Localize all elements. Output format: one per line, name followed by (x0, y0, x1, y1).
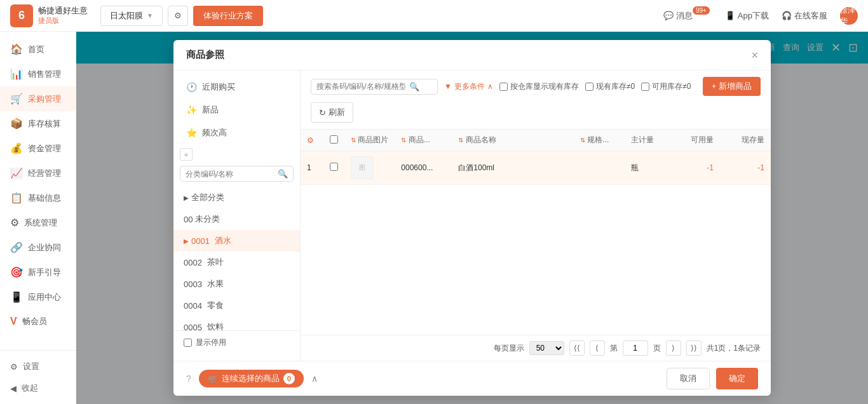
messages-nav-item[interactable]: 💬 消息 99+ (663, 10, 712, 22)
avail-nonzero-checkbox[interactable] (641, 83, 649, 91)
sidebar-bottom: ⚙ 设置 ◀ 收起 (0, 350, 76, 404)
modal-body: 🕐 近期购买 ✨ 新品 ⭐ 频次高 « (173, 71, 771, 361)
sort-icon: ⇅ (351, 137, 356, 144)
avail-nonzero-checkbox-label[interactable]: 可用库存≠0 (641, 81, 691, 92)
sidebar-item-app-center[interactable]: 📱 应用中心 (0, 285, 76, 309)
avatar: 徐泽华 (840, 7, 858, 25)
inventory-icon: 📦 (10, 118, 23, 130)
category-item-0004[interactable]: 0004 零食 (173, 295, 300, 316)
row-checkbox[interactable] (330, 163, 338, 171)
col-spec-header[interactable]: ⇅ 规格... (574, 130, 625, 151)
warehouse-display-checkbox[interactable] (499, 83, 508, 91)
category-item-0003[interactable]: 0003 水果 (173, 273, 300, 295)
prev-page-button[interactable]: ⟨ (590, 340, 605, 356)
sidebar-item-home[interactable]: 🏠 首页 (0, 37, 76, 62)
modal-close-button[interactable]: × (751, 50, 758, 61)
warehouse-display-checkbox-label[interactable]: 按仓库显示现有库存 (499, 81, 579, 92)
first-page-button[interactable]: ⟨⟨ (569, 340, 585, 356)
top-nav: 6 畅捷通好生意 捷员版 日太阳膜 ▼ ⚙ 体验行业方案 💬 消息 99+ 📱 … (0, 0, 868, 32)
settings-icon: ⚙ (10, 362, 18, 372)
tab-new-products[interactable]: ✨ 新品 (180, 100, 294, 120)
sidebar-item-sales[interactable]: 📊 销售管理 (0, 62, 76, 86)
add-product-button[interactable]: + 新增商品 (703, 77, 761, 96)
product-table-container: ⚙ ⇅ 商品图片 (301, 130, 771, 335)
show-disabled-checkbox[interactable] (184, 339, 192, 347)
filter-icon: ▼ (444, 82, 452, 91)
tab-recent-purchase[interactable]: 🕐 近期购买 (180, 77, 294, 97)
nav-dropdown[interactable]: 日太阳膜 ▼ (100, 6, 163, 26)
search-icon: 🔍 (278, 169, 288, 178)
row-code-cell: 000600... (395, 151, 452, 185)
page-input[interactable] (623, 340, 648, 356)
stock-nonzero-checkbox[interactable] (585, 83, 593, 91)
select-all-checkbox[interactable] (330, 135, 338, 144)
col-avail-header: 可用量 (669, 130, 720, 151)
modal-right-panel: 🔍 ▼ 更多条件 ∧ 按仓库显示现有库存 (301, 71, 771, 361)
product-search-wrap[interactable]: 🔍 (311, 79, 438, 95)
chevron-down-icon: ▼ (147, 12, 153, 19)
trial-button[interactable]: 体验行业方案 (193, 6, 263, 26)
main-layout: 🏠 首页 📊 销售管理 🛒 采购管理 📦 库存核算 💰 资金管理 📈 经营管理 … (0, 32, 868, 404)
logo-area: 6 畅捷通好生意 捷员版 (10, 4, 88, 27)
modal-footer: ? 🛒 连续选择的商品 0 ∧ 取消 确定 (173, 361, 771, 396)
appcenter-icon: 📱 (10, 291, 23, 303)
col-gear-header: ⚙ (301, 130, 323, 151)
col-code-header[interactable]: ⇅ 商品... (395, 130, 452, 151)
product-search-input[interactable] (316, 82, 405, 91)
category-item-0005[interactable]: 0005 饮料 (173, 316, 300, 330)
enterprise-icon: 🔗 (10, 241, 23, 253)
page-size-select[interactable]: 50 10 20 100 (529, 341, 564, 355)
table-header-row: ⚙ ⇅ 商品图片 (301, 130, 771, 151)
sidebar-settings[interactable]: ⚙ 设置 (0, 356, 76, 377)
basicinfo-icon: 📋 (10, 192, 23, 204)
sidebar-item-basic-info[interactable]: 📋 基础信息 (0, 185, 76, 210)
sidebar-item-inventory[interactable]: 📦 库存核算 (0, 111, 76, 136)
collapse-icon: ◀ (10, 384, 17, 393)
pagination-row: 每页显示 50 10 20 100 ⟨⟨ ⟨ 第 页 (301, 335, 771, 361)
sidebar-item-guide[interactable]: 🎯 新手引导 (0, 260, 76, 285)
refresh-button[interactable]: ↻ 刷新 (311, 102, 353, 123)
cart-button[interactable]: 🛒 连续选择的商品 0 (199, 370, 304, 387)
app-download-nav-item[interactable]: 📱 App下载 (725, 10, 769, 22)
category-item-00[interactable]: 00 未分类 (173, 208, 300, 230)
more-conditions-button[interactable]: ▼ 更多条件 ∧ (444, 81, 493, 92)
page-label: 第 (610, 343, 618, 354)
chevron-up-icon: ∧ (487, 82, 493, 91)
help-icon[interactable]: ? (186, 374, 191, 384)
sidebar-item-system[interactable]: ⚙ 系统管理 (0, 210, 76, 235)
sidebar-item-enterprise[interactable]: 🔗 企业协同 (0, 235, 76, 260)
settings-icon: ⚙ (307, 136, 314, 145)
sidebar-item-membership[interactable]: V 畅会员 (0, 309, 76, 333)
category-item-all[interactable]: ▶ 全部分类 (173, 187, 300, 208)
chevron-up-icon[interactable]: ∧ (311, 374, 318, 384)
sidebar-collapse[interactable]: ◀ 收起 (0, 377, 76, 399)
nav-right: 💬 消息 99+ 📱 App下载 🎧 在线客服 徐泽华 (663, 7, 858, 25)
category-search-input[interactable] (186, 170, 278, 178)
row-checkbox-cell[interactable] (323, 151, 344, 185)
customer-service-nav-item[interactable]: 🎧 在线客服 (782, 10, 827, 22)
gear-icon[interactable]: ⚙ (168, 6, 188, 26)
col-name-header[interactable]: ⇅ 商品名称 (452, 130, 574, 151)
product-reference-modal: 商品参照 × 🕐 近期购买 ✨ 新 (173, 40, 771, 396)
category-search-row[interactable]: 🔍 (180, 166, 294, 182)
last-page-button[interactable]: ⟩⟩ (686, 340, 702, 356)
cancel-button[interactable]: 取消 (667, 368, 710, 389)
next-page-button[interactable]: ⟩ (666, 340, 681, 356)
sort-icon: ⇅ (580, 137, 585, 144)
user-avatar[interactable]: 徐泽华 (840, 7, 858, 25)
modal-title: 商品参照 (186, 49, 224, 61)
category-item-0002[interactable]: 0002 茶叶 (173, 252, 300, 273)
stock-nonzero-checkbox-label[interactable]: 现有库存≠0 (585, 81, 635, 92)
message-icon: 💬 (663, 11, 674, 20)
sidebar-item-finance[interactable]: 💰 资金管理 (0, 136, 76, 161)
logo-text: 畅捷通好生意 捷员版 (38, 6, 88, 26)
cart-count-badge: 0 (283, 373, 295, 384)
sidebar-item-operations[interactable]: 📈 经营管理 (0, 161, 76, 185)
collapse-panel-button[interactable]: « (180, 148, 193, 161)
confirm-button[interactable]: 确定 (716, 368, 758, 389)
membership-icon: V (10, 316, 17, 327)
category-item-0001[interactable]: ▶ 0001 酒水 (173, 230, 300, 252)
sidebar-item-purchase[interactable]: 🛒 采购管理 (0, 86, 76, 111)
table-row[interactable]: 1 图 000 (301, 151, 771, 185)
tab-frequent[interactable]: ⭐ 频次高 (180, 123, 294, 143)
